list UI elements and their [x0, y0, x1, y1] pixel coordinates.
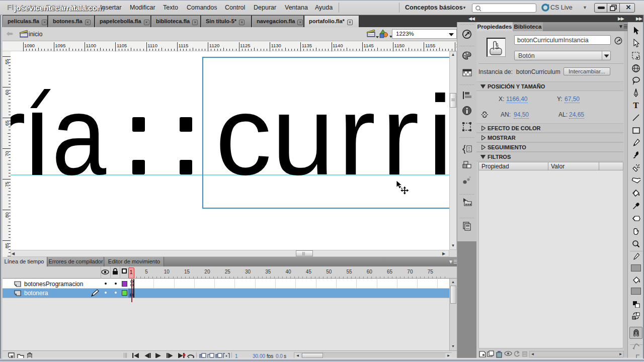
svg-text:T: T [633, 101, 639, 109]
